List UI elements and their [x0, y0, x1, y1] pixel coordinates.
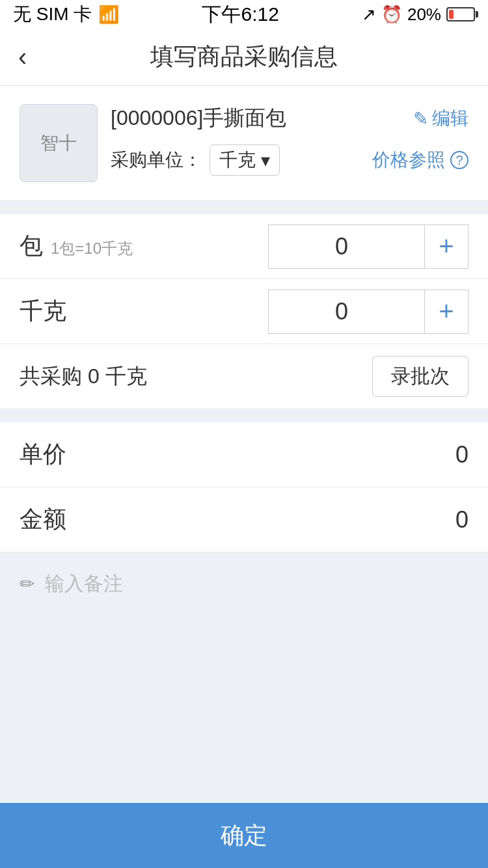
amount-row: 金额 0 — [0, 487, 488, 552]
total-row: 共采购 0 千克 录批次 — [0, 344, 488, 409]
confirm-button[interactable]: 确定 — [0, 803, 488, 868]
kg-label: 千克 — [20, 295, 268, 327]
package-quantity-input[interactable] — [268, 224, 424, 269]
section-divider-2 — [0, 409, 488, 422]
unit-price-row: 单价 0 — [0, 422, 488, 487]
product-name: [0000006]手撕面包 — [111, 104, 286, 133]
product-info: [0000006]手撕面包 ✎ 编辑 采购单位： 千克 ▾ 价格参照 ? — [111, 104, 468, 176]
price-section: 单价 0 金额 0 — [0, 422, 488, 552]
edit-button[interactable]: ✎ 编辑 — [413, 106, 468, 131]
status-left: 无 SIM 卡 📶 — [13, 2, 119, 27]
amount-label: 金额 — [20, 504, 66, 536]
status-right: ↗ ⏰ 20% — [362, 5, 475, 25]
alarm-icon: ⏰ — [381, 5, 402, 25]
dropdown-arrow-icon: ▾ — [261, 150, 270, 171]
time-display: 下午6:12 — [202, 1, 278, 28]
notes-placeholder: 输入备注 — [45, 571, 123, 597]
input-section: 包 1包=10千克 + 千克 + 共采购 0 千克 录 — [0, 214, 488, 409]
package-plus-button[interactable]: + — [424, 224, 468, 269]
package-input-row: 包 1包=10千克 + — [0, 214, 488, 279]
product-name-row: [0000006]手撕面包 ✎ 编辑 — [111, 104, 468, 133]
package-input-controls: + — [268, 224, 468, 269]
edit-icon: ✎ — [413, 108, 428, 129]
status-bar: 无 SIM 卡 📶 下午6:12 ↗ ⏰ 20% — [0, 0, 488, 29]
record-batch-button[interactable]: 录批次 — [372, 356, 468, 397]
carrier-text: 无 SIM 卡 — [13, 2, 92, 27]
location-icon: ↗ — [362, 5, 376, 25]
battery-fill — [449, 10, 454, 19]
amount-value: 0 — [455, 506, 468, 534]
battery-icon — [446, 7, 475, 21]
kg-quantity-input[interactable] — [268, 290, 424, 334]
product-card: 智十 [0000006]手撕面包 ✎ 编辑 采购单位： 千克 ▾ 价格参照 ? — [0, 86, 488, 201]
nav-bar: ‹ 填写商品采购信息 — [0, 29, 488, 86]
unit-label: 采购单位： — [111, 148, 202, 172]
kg-input-controls: + — [268, 290, 468, 334]
price-reference-button[interactable]: 价格参照 ? — [372, 148, 468, 172]
package-label: 包 1包=10千克 — [20, 230, 268, 262]
unit-price-label: 单价 — [20, 439, 66, 470]
section-divider-1 — [0, 201, 488, 214]
product-image-text: 智十 — [40, 132, 77, 154]
back-button[interactable]: ‹ — [18, 42, 27, 72]
page-title: 填写商品采购信息 — [150, 41, 338, 73]
battery-percent: 20% — [407, 5, 441, 25]
content-area — [0, 616, 488, 811]
product-image: 智十 — [20, 104, 98, 182]
purchase-unit-row: 采购单位： 千克 ▾ 价格参照 ? — [111, 144, 468, 176]
total-label: 共采购 0 千克 — [20, 362, 147, 391]
pencil-icon: ✏ — [20, 573, 34, 595]
unit-price-value: 0 — [455, 441, 468, 468]
wifi-icon: 📶 — [98, 5, 119, 25]
help-icon: ? — [450, 151, 468, 169]
kg-input-row: 千克 + — [0, 279, 488, 344]
notes-section[interactable]: ✏ 输入备注 — [0, 552, 488, 616]
package-sub-label: 1包=10千克 — [51, 238, 133, 259]
unit-dropdown[interactable]: 千克 ▾ — [210, 144, 280, 176]
kg-plus-button[interactable]: + — [424, 290, 468, 334]
